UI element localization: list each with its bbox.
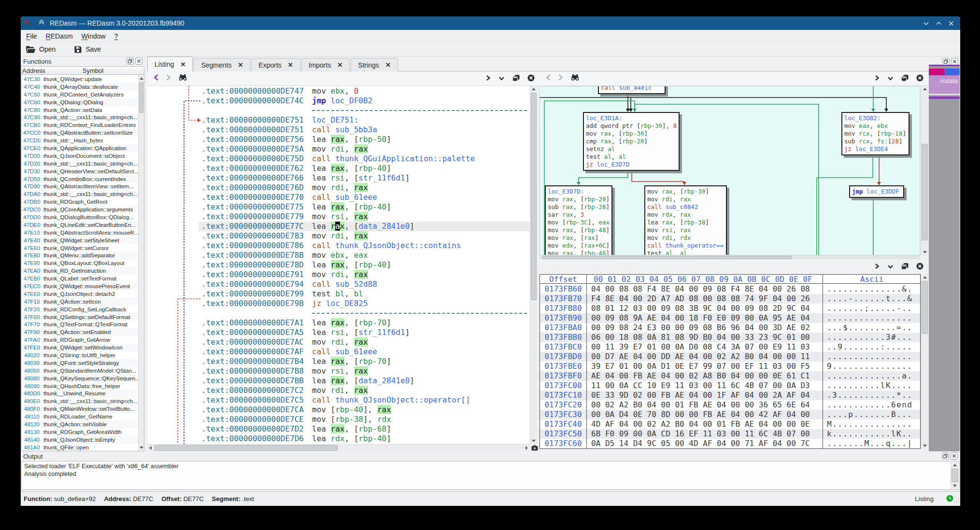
function-row[interactable]: 47DB0thunk_RDGraph_GetRoot: [22, 198, 144, 206]
output-log[interactable]: Selected loader 'ELF Executable' with 'x…: [21, 461, 960, 490]
hexdump-table[interactable]: Offset 00 01 02 03 04 05 06 07 08 09 0A …: [540, 274, 921, 449]
tab-close-icon[interactable]: ✕: [180, 61, 185, 68]
function-row[interactable]: 47D00thunk_QJsonDocument::isObject: [22, 152, 144, 160]
hexdump-row[interactable]: 0173FC600A D5 14 D4 9C 05 00 4D AF 04 00…: [540, 439, 920, 448]
segments-map[interactable]: .rodata: [929, 65, 960, 451]
graph-vscrollbar[interactable]: [921, 86, 928, 255]
listing-vscrollbar[interactable]: [530, 86, 537, 444]
function-row[interactable]: 47FA0thunk_RDGraph_GetArrow: [22, 336, 144, 344]
menu-[interactable]: ?: [110, 30, 122, 42]
function-row[interactable]: 47CB0thunk_RDContext_FindLoaderEntries: [22, 121, 144, 129]
listing-scroll-down-icon[interactable]: [530, 438, 537, 444]
graph-back-icon[interactable]: [545, 74, 552, 83]
hexdump-row[interactable]: 0173FBF0AE 04 00 FB AE 04 00 02 A8 B0 04…: [540, 371, 920, 381]
hexdump-vscrollbar[interactable]: [921, 274, 928, 449]
graph-scroll-down-icon[interactable]: [921, 249, 928, 255]
segment-rodata[interactable]: .rodata: [929, 75, 960, 93]
output-float-icon[interactable]: [942, 452, 949, 460]
function-row[interactable]: 47D80thunk_QAbstractItemView::setItem...: [22, 182, 144, 190]
listing-line[interactable]: .text:00000000000DE770call sub_61eee: [199, 193, 530, 202]
listing-line[interactable]: .text:00000000000DE775lea rax, [rbp-40]: [199, 202, 530, 212]
minimize-icon[interactable]: [923, 20, 929, 27]
function-row[interactable]: 48140thunk_QJsonObject::isEmpty: [22, 436, 144, 444]
graph-block[interactable]: loc_E3D1A:add qword ptr [rbp-30], 8mov r…: [583, 112, 680, 171]
function-row[interactable]: 47E90thunk_QBoxLayout::QBoxLayout: [22, 259, 144, 267]
listing-line[interactable]: .text:00000000000DE7CEmov [rbp-38], rdx: [199, 415, 530, 424]
listing-line[interactable]: .text:00000000000DE78Bmov ebx, eax: [199, 251, 530, 260]
tab-listing[interactable]: Listing✕: [147, 56, 193, 71]
listing-scroll-up-icon[interactable]: [530, 86, 537, 92]
views-menu-icon[interactable]: [498, 74, 505, 83]
listing-line[interactable]: .text:00000000000DE783mov rdi, rax: [199, 231, 530, 241]
listing-line[interactable]: .text:00000000000DE747mov ebx, 0: [199, 86, 530, 96]
screenshot-corner-icon[interactable]: [530, 444, 540, 451]
hexdump-row[interactable]: 0173FC404D AF 04 00 02 A2 B0 04 00 01 FB…: [540, 419, 920, 429]
next-view-icon[interactable]: [485, 74, 491, 83]
hexdump-row[interactable]: 0173FBD000 D7 AE 04 00 DD AE 04 00 02 A2…: [540, 352, 920, 362]
listing-line[interactable]: .text:00000000000DE76Dmov rdi, rax: [199, 183, 530, 193]
output-scrollbar-handle[interactable]: [952, 469, 958, 482]
listing-line[interactable]: .text:00000000000DE7B8mov rsi, rax: [199, 366, 530, 376]
hexdump-row[interactable]: 0173FC3000 0A D4 0E 70 8D 00 00 FB AE 04…: [540, 410, 920, 419]
hex-scroll-up-icon[interactable]: [921, 274, 928, 280]
menu-window[interactable]: Window: [77, 30, 110, 42]
save-button[interactable]: Save: [70, 42, 105, 56]
output-dock-titlebar[interactable]: Output: [21, 451, 960, 461]
graph-forward-icon[interactable]: [557, 74, 564, 83]
graph-canvas[interactable]: call sub_a4e1cloc_E3D1A:add qword ptr [r…: [540, 86, 920, 255]
function-row[interactable]: 481A0thunk_QFile::open: [22, 444, 144, 451]
listing-line[interactable]: .text:00000000000DE762lea rax, [rbp-40]: [199, 164, 530, 173]
listing-line[interactable]: .text:00000000000DE7B4lea rax, [rbp-70]: [199, 357, 530, 366]
listing-line[interactable]: .text:00000000000DE756lea rax, [rbp-50]: [199, 135, 530, 144]
hexdump-row[interactable]: 0173FB70F4 8E 04 00 2D A7 AD 08 00 08 08…: [540, 294, 920, 304]
functions-scroll-up-icon[interactable]: [139, 75, 144, 82]
function-row[interactable]: 47EC0thunk_QWidget::mousePressEvent: [22, 282, 144, 290]
function-row[interactable]: 47EB0thunk_QLabel::setTextFormat: [22, 275, 144, 282]
close-window-icon[interactable]: [948, 20, 954, 27]
function-row[interactable]: 48030thunk_QFont::setStyleStrategy: [22, 359, 144, 367]
listing-line[interactable]: .text:00000000000DE7C2mov rdi, rax: [199, 386, 530, 395]
listing-scroll-right-icon[interactable]: [524, 445, 530, 451]
tab-close-icon[interactable]: ✕: [385, 61, 391, 69]
graph-hscrollbar-handle[interactable]: [542, 256, 792, 259]
hexdump-row[interactable]: 0173FB6004 00 08 08 F4 8E 04 00 09 08 F4…: [540, 284, 920, 294]
graph-block[interactable]: loc_E3D7D:mov rax, [rbp-20]sub rax, [rbp…: [545, 185, 612, 255]
listing-line[interactable]: .text:00000000000DE7C5call thunk_QJsonOb…: [199, 395, 530, 405]
graph-hscrollbar[interactable]: [540, 255, 920, 259]
graph-views-menu-icon[interactable]: [887, 74, 894, 83]
function-row[interactable]: 47C50thunk_RDContext_GetAnalyzers: [22, 91, 144, 98]
function-row[interactable]: 47EE0thunk_QJsonObject::detach2: [22, 290, 144, 298]
output-scrollbar[interactable]: [951, 462, 959, 489]
functions-scrollbar[interactable]: [138, 75, 144, 451]
listing-line[interactable]: .text:00000000000DE78Dlea rax, [rbp-40]: [199, 260, 530, 270]
status-clock-icon[interactable]: [946, 495, 953, 503]
listing-line[interactable]: .text:00000000000DE766lea rsi, [str_11f6…: [199, 173, 530, 183]
function-row[interactable]: 47C40thunk_QArrayData::deallocate: [22, 83, 144, 91]
back-icon[interactable]: [153, 74, 159, 83]
functions-dock-titlebar[interactable]: Functions: [21, 56, 145, 66]
function-row[interactable]: 47C80thunk_QAction::setData: [22, 106, 144, 114]
function-row[interactable]: 47DE0thunk_QLineEdit::setClearButtonEn..…: [22, 221, 144, 229]
listing-line[interactable]: .text:00000000000DE799test bl, bl: [199, 289, 530, 299]
output-close-icon[interactable]: [951, 452, 958, 460]
function-row[interactable]: 47DA0thunk_std::__cxx11::basic_string<ch…: [22, 190, 144, 198]
function-row[interactable]: 47E60thunk_QWidget::setCursor: [22, 244, 144, 252]
tab-segments[interactable]: Segments✕: [194, 58, 250, 71]
hex-scroll-down-icon[interactable]: [921, 443, 928, 449]
function-row[interactable]: 47F70thunk_QTextFormat::QTextFormat: [22, 321, 144, 329]
listing-line[interactable]: .text:00000000000DE7AFcall sub_61eee: [199, 347, 530, 357]
function-row[interactable]: 47DC0thunk_QCoreApplication::arguments: [22, 206, 144, 213]
tab-close-icon[interactable]: ✕: [337, 61, 342, 69]
hexdump-row[interactable]: 0173FBE039 E7 01 00 0A D1 0E E7 99 07 00…: [540, 362, 920, 371]
listing-line[interactable]: .text:00000000000DE7BBlea rax, [data_284…: [199, 376, 530, 386]
graph-vscrollbar-handle[interactable]: [922, 144, 928, 240]
listing-line[interactable]: .text:00000000000DE751loc_DE751:: [199, 115, 530, 125]
menu-file[interactable]: File: [22, 30, 42, 42]
hex-float-view-icon[interactable]: [901, 263, 909, 272]
listing-line[interactable]: .text:00000000000DE7CAmov [rbp-40], rax: [199, 405, 530, 415]
function-row[interactable]: 48050thunk_QStandardItemModel::QStan...: [22, 367, 144, 375]
graph-block[interactable]: jmp loc_E3DDF: [849, 185, 904, 198]
function-row[interactable]: 47F90thunk_QAction::setEnabled: [22, 328, 144, 336]
hexdump-row[interactable]: 0173FC0011 00 0A CC 10 E9 11 03 00 11 6C…: [540, 381, 920, 391]
function-row[interactable]: 47D20thunk_std::__cxx11::basic_string<ch…: [22, 160, 144, 167]
